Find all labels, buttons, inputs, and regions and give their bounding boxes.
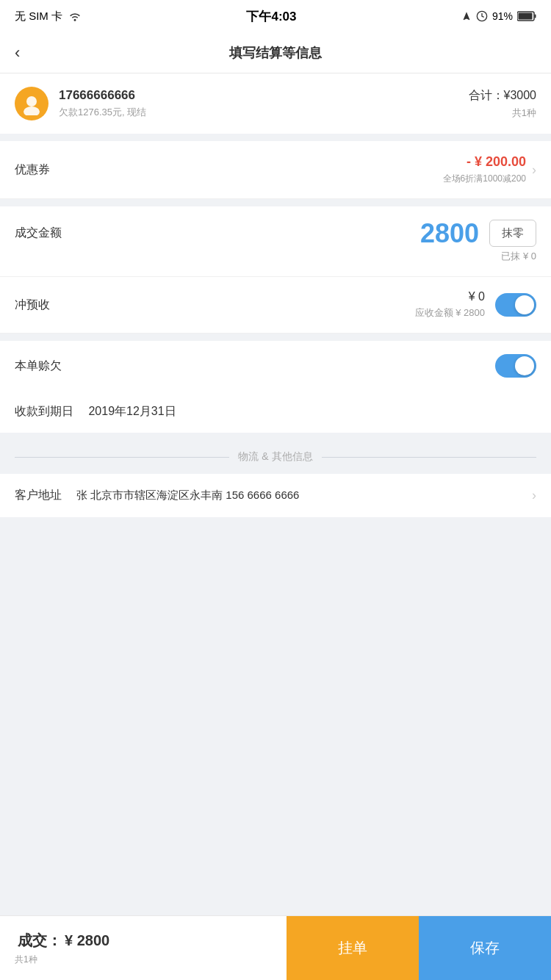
customer-card: 17666666666 欠款1276.35元, 现结 合计：¥3000 共1种	[0, 73, 551, 134]
prepay-toggle[interactable]	[495, 293, 536, 317]
coupon-row[interactable]: 优惠券 - ¥ 200.00 全场6折满1000减200 ›	[0, 141, 551, 199]
prepay-subtext: 应收金额 ¥ 2800	[415, 306, 485, 320]
status-right: 91%	[461, 10, 536, 22]
coupon-chevron-icon: ›	[532, 162, 536, 178]
round-zero-button[interactable]: 抹零	[489, 220, 536, 247]
wifi-icon	[68, 11, 82, 21]
avatar-icon	[20, 92, 43, 115]
address-value: 张 北京市市辖区海淀区永丰南 156 6666 6666	[76, 487, 526, 504]
customer-left: 17666666666 欠款1276.35元, 现结	[15, 87, 146, 120]
customer-debt: 欠款1276.35元, 现结	[59, 106, 146, 119]
customer-right: 合计：¥3000 共1种	[469, 88, 537, 120]
nav-bar: ‹ 填写结算等信息	[0, 32, 551, 73]
debt-label: 本单赊欠	[15, 359, 62, 374]
bottom-count: 共1种	[15, 954, 272, 966]
customer-info: 17666666666 欠款1276.35元, 现结	[59, 88, 146, 119]
battery-text: 91%	[492, 10, 513, 22]
separator-1	[0, 199, 551, 206]
bottom-deal-label: 成交：¥ 2800	[15, 931, 272, 951]
location-icon	[461, 11, 472, 21]
logistics-label: 物流 & 其他信息	[238, 450, 312, 464]
battery-icon	[517, 11, 536, 21]
prepay-row: 冲预收 ¥ 0 应收金额 ¥ 2800	[15, 290, 536, 320]
due-date-label: 收款到期日	[15, 405, 73, 417]
deal-amount-value: 2800	[420, 220, 479, 247]
status-bar: 无 SIM 卡 下午4:03 91%	[0, 0, 551, 32]
bottom-deal-amount: ¥ 2800	[65, 932, 109, 948]
save-button[interactable]: 保存	[419, 916, 551, 981]
divider-line-left	[15, 457, 229, 458]
no-sim-label: 无 SIM 卡	[15, 10, 62, 24]
content: 17666666666 欠款1276.35元, 现结 合计：¥3000 共1种 …	[0, 73, 551, 671]
coupon-right: - ¥ 200.00 全场6折满1000减200	[443, 154, 526, 185]
status-left: 无 SIM 卡	[15, 10, 82, 24]
page-title: 填写结算等信息	[229, 44, 322, 62]
debt-section: 本单赊欠	[0, 341, 551, 391]
address-chevron-icon: ›	[532, 488, 536, 503]
gray-area	[0, 517, 551, 605]
prepay-section: 冲预收 ¥ 0 应收金额 ¥ 2800	[0, 277, 551, 334]
address-section[interactable]: 客户地址 张 北京市市辖区海淀区永丰南 156 6666 6666 ›	[0, 474, 551, 517]
prepay-right: ¥ 0 应收金额 ¥ 2800	[415, 290, 536, 320]
debt-toggle[interactable]	[495, 354, 536, 378]
logistics-divider: 物流 & 其他信息	[0, 440, 551, 474]
prepay-label: 冲预收	[15, 298, 50, 313]
deal-right: 2800 抹零	[420, 220, 536, 247]
prepay-value-col: ¥ 0 应收金额 ¥ 2800	[415, 290, 485, 320]
due-date-value: 2019年12月31日	[88, 405, 176, 417]
coupon-label: 优惠券	[15, 162, 50, 178]
bottom-summary: 成交：¥ 2800 共1种	[0, 931, 287, 966]
separator-3	[0, 433, 551, 440]
svg-point-5	[24, 107, 40, 115]
svg-rect-3	[534, 15, 536, 18]
deal-amount-label: 成交金额	[15, 226, 62, 241]
deal-row: 成交金额 2800 抹零	[15, 220, 536, 247]
hang-button[interactable]: 挂单	[287, 916, 419, 981]
coupon-value: - ¥ 200.00	[467, 154, 526, 170]
svg-rect-2	[518, 13, 532, 20]
deal-amount-section: 成交金额 2800 抹零 已抹 ¥ 0	[0, 206, 551, 277]
clock-icon	[476, 10, 488, 22]
back-button[interactable]: ‹	[15, 43, 20, 62]
svg-point-4	[26, 96, 37, 107]
due-date-section: 收款到期日 2019年12月31日	[0, 391, 551, 433]
prepay-amount: ¥ 0	[415, 290, 485, 303]
divider-line-right	[322, 457, 536, 458]
status-time: 下午4:03	[246, 8, 296, 25]
total-count: 共1种	[469, 107, 537, 120]
total-amount: 合计：¥3000	[469, 88, 537, 104]
bottom-bar: 成交：¥ 2800 共1种 挂单 保存	[0, 915, 551, 980]
customer-phone: 17666666666	[59, 88, 146, 103]
deal-sub-text: 已抹 ¥ 0	[15, 250, 536, 263]
coupon-subtext: 全场6折满1000减200	[443, 173, 526, 185]
avatar	[15, 87, 48, 120]
address-label: 客户地址	[15, 488, 62, 503]
separator-2	[0, 334, 551, 341]
